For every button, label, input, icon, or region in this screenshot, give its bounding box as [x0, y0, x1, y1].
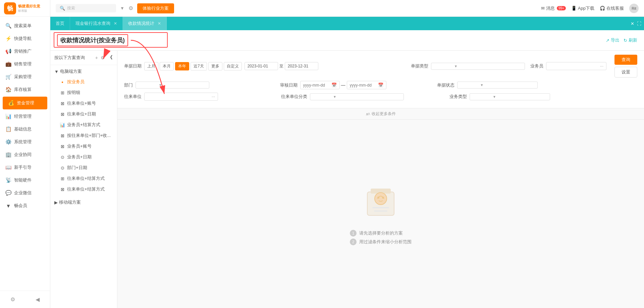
sidebar-item-basic[interactable]: 📋 基础信息 — [0, 123, 50, 136]
app-download-icon: 📱 — [571, 6, 577, 11]
sidebar-item-operations[interactable]: 📊 经营管理 — [0, 110, 50, 123]
scheme-item-partner-date[interactable]: ⊠ 往来单位+日期 — [50, 109, 117, 119]
date-btn-last-month[interactable]: 上月 — [144, 62, 158, 70]
dept-select[interactable]: ▼ — [136, 82, 209, 89]
scheme-detail-icon: ⊞ — [60, 90, 65, 95]
filter-row-2: 部门 ▼ 审核日期 — [124, 81, 637, 89]
date-btn-7days[interactable]: 近7天 — [191, 62, 207, 70]
filter-date-group: 上月 本月 本年 近7天 更多 自定义 — [144, 62, 242, 70]
scheme-salesperson-icon: ● — [60, 79, 65, 85]
data-area: 1 请先选择要分析的方案 2 用过滤条件来缩小分析范围 — [117, 119, 644, 308]
tab-home[interactable]: 首页 — [50, 17, 70, 30]
export-icon: ↗ — [606, 38, 609, 43]
sidebar-nav: 🔍 搜索菜单 ⚡ 快捷导航 📢 营销推广 💼 销售管理 🛒 采购管理 🏠 — [0, 17, 50, 291]
sidebar-item-guide[interactable]: 📖 新手引导 — [0, 161, 50, 174]
scheme-item-partner-dept-collect[interactable]: ⊠ 按往来单位+部门+收... — [50, 130, 117, 141]
sidebar: 畅 畅捷通好生意 标准版 🔍 搜索菜单 ⚡ 快捷导航 📢 营销推广 💼 销 — [0, 0, 50, 308]
inventory-icon: 🏠 — [5, 87, 11, 93]
sidebar-item-wechat[interactable]: 💬 企业微信 — [0, 187, 50, 199]
scheme-item-salesperson-account[interactable]: ⊠ 业务员+账号 — [50, 141, 117, 152]
review-date-from-input[interactable] — [303, 83, 330, 88]
left-panel-actions: + ⚙ 《 — [95, 54, 113, 61]
topbar-gear-icon[interactable]: ⚙ — [128, 5, 133, 11]
doctype-select[interactable]: ▼ — [431, 63, 525, 70]
filter-area: 单据日期 上月 本月 本年 近7天 更多 自定义 — [117, 51, 644, 108]
scheme-item-by-detail[interactable]: ⊞ 按明细 — [50, 87, 117, 98]
tab-bank-flow[interactable]: 现金银行流水查询 ✕ — [70, 17, 123, 30]
date-to-input[interactable] — [285, 62, 318, 70]
trial-btn[interactable]: 体验行业方案 — [137, 3, 174, 13]
scheme-item-by-salesperson[interactable]: ● 按业务员 — [50, 76, 117, 87]
scheme-partner-account-icon: ⊠ — [60, 101, 65, 106]
sidebar-settings-btn[interactable]: ⚙ — [8, 295, 18, 304]
partner-more-icon[interactable]: ··· — [212, 94, 215, 99]
scheme-add-btn[interactable]: + — [95, 54, 99, 61]
calendar-icon-from[interactable]: 📅 — [331, 83, 337, 88]
business-type-select[interactable]: ▼ — [470, 93, 550, 100]
sidebar-item-search-menu[interactable]: 🔍 搜索菜单 — [0, 19, 50, 32]
refresh-btn[interactable]: ↻ 刷新 — [624, 37, 637, 43]
message-btn[interactable]: ✉ 消息 99+ — [541, 5, 566, 11]
collapse-bar[interactable]: ∧ ∧ 收起更多条件 — [117, 108, 644, 119]
svg-rect-5 — [372, 207, 389, 208]
sidebar-item-system[interactable]: ⚙️ 系统管理 — [0, 136, 50, 148]
date-btn-custom[interactable]: 自定义 — [224, 62, 242, 70]
settings-btn[interactable]: 设置 — [614, 67, 637, 78]
empty-step-1: 1 请先选择要分析的方案 — [350, 229, 412, 238]
date-filter-label: 单据日期 — [124, 63, 142, 69]
business-type-label: 业务类型 — [449, 94, 467, 100]
scheme-item-partner-settle2[interactable]: ⊠ 往来单位+结算方式 — [50, 184, 117, 195]
app-download-btn[interactable]: 📱 App下载 — [571, 5, 594, 11]
scheme-collapse-btn[interactable]: 《 — [107, 54, 113, 61]
scheme-partner-dept-icon: ⊠ — [60, 133, 65, 138]
sales-icon: 💼 — [5, 61, 11, 67]
sidebar-item-purchase[interactable]: 🛒 采购管理 — [0, 70, 50, 83]
review-date-label: 审核日期 — [280, 82, 298, 88]
sidebar-item-finance[interactable]: 💰 资金管理 — [3, 97, 47, 109]
sidebar-item-member[interactable]: ▼ 畅会员 — [0, 199, 50, 212]
message-badge: 99+ — [557, 6, 566, 10]
date-btn-this-month[interactable]: 本月 — [160, 62, 174, 70]
operations-icon: 📊 — [5, 113, 11, 119]
page: 收款情况统计(按业务员) ↗ 导出 ↻ 刷新 — [50, 30, 644, 308]
query-btn[interactable]: 查询 — [614, 55, 637, 65]
business-type-chevron: ▼ — [493, 95, 496, 99]
tab-receipt-stats-close[interactable]: ✕ — [158, 21, 161, 26]
svg-point-4 — [382, 197, 384, 199]
sidebar-collapse-btn[interactable]: ◀ — [33, 295, 42, 304]
review-date-to-input[interactable] — [350, 83, 377, 88]
user-avatar[interactable]: Rit — [629, 4, 639, 13]
sidebar-item-enterprise[interactable]: 🏢 企业协同 — [0, 148, 50, 161]
mobile-scheme-header[interactable]: ▶ 移动端方案 — [50, 197, 117, 207]
tab-expand-icon[interactable]: ⛶ — [637, 21, 641, 26]
salesperson-more-icon[interactable]: ··· — [600, 64, 603, 68]
scheme-item-partner-settle1[interactable]: ⊞ 往来单位+结算方式 — [50, 173, 117, 184]
topbar-search-box[interactable]: 🔍 搜索 — [56, 4, 116, 12]
tab-close-all-icon[interactable]: ✕ — [631, 21, 634, 26]
export-btn[interactable]: ↗ 导出 — [606, 37, 620, 43]
app-logo: 畅 畅捷通好生意 标准版 — [0, 0, 50, 17]
scheme-item-partner-account[interactable]: ⊠ 往来单位+账号 — [50, 98, 117, 109]
desktop-scheme-header[interactable]: ▼ 电脑端方案 — [50, 66, 117, 76]
sidebar-item-quick-nav[interactable]: ⚡ 快捷导航 — [0, 32, 50, 45]
partner-category-select[interactable]: ▼ — [310, 93, 404, 100]
tabbar: 首页 现金银行流水查询 ✕ 收款情况统计 ✕ ✕ ⛶ — [50, 17, 644, 30]
online-service-btn[interactable]: 🎧 在线客服 — [600, 5, 624, 11]
date-btn-this-year[interactable]: 本年 — [175, 62, 189, 70]
topbar-dropdown-arrow[interactable]: ▼ — [120, 6, 124, 11]
tab-bank-flow-close[interactable]: ✕ — [114, 21, 117, 26]
sidebar-item-marketing[interactable]: 📢 营销推广 — [0, 45, 50, 58]
sidebar-item-sales[interactable]: 💼 销售管理 — [0, 58, 50, 70]
scheme-item-dept-date[interactable]: ⊙ 部门+日期 — [50, 162, 117, 173]
date-from-input[interactable] — [245, 62, 278, 70]
calendar-icon-to[interactable]: 📅 — [378, 83, 383, 88]
scheme-settings-btn[interactable]: ⚙ — [100, 54, 106, 61]
filter-review-date-item: 审核日期 📅 — 📅 — [280, 81, 386, 89]
doc-status-select[interactable]: ▼ — [457, 82, 538, 89]
tab-receipt-stats[interactable]: 收款情况统计 ✕ — [123, 17, 167, 30]
sidebar-item-inventory[interactable]: 🏠 库存核算 — [0, 83, 50, 96]
sidebar-item-smart-hw[interactable]: 📡 智能硬件 — [0, 174, 50, 187]
date-btn-more[interactable]: 更多 — [208, 62, 222, 70]
scheme-item-salesperson-settle[interactable]: 📊 业务员+结算方式 — [50, 119, 117, 130]
scheme-item-salesperson-date[interactable]: ⊙ 业务员+日期 — [50, 152, 117, 162]
